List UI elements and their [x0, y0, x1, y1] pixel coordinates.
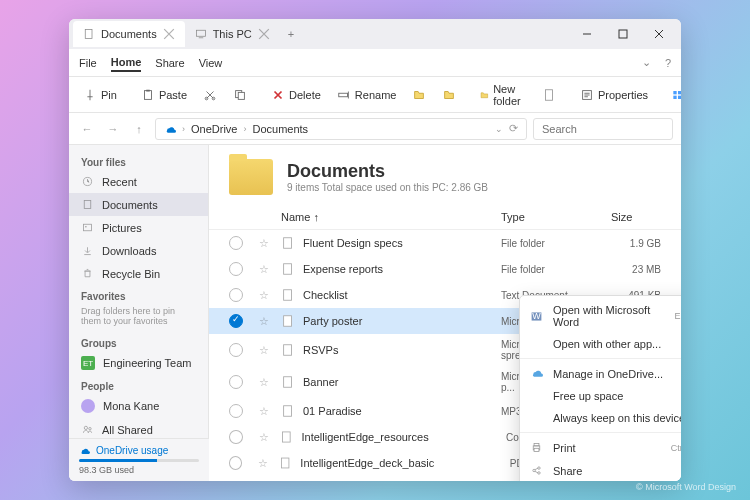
chevron-down-icon[interactable]: ⌄ — [495, 124, 503, 134]
file-row[interactable]: ☆Expense reportsFile folder23 MB — [209, 256, 681, 282]
column-size[interactable]: Size — [611, 211, 661, 223]
star-icon[interactable]: ☆ — [258, 457, 279, 470]
x-icon — [271, 88, 285, 102]
star-icon[interactable]: ☆ — [259, 344, 281, 357]
ctx-open-with-other-app-[interactable]: Open with other app...› — [520, 333, 681, 355]
page-subtitle: 9 items Total space used on this PC: 2.8… — [287, 182, 488, 193]
ctx-manage-in-onedrive-[interactable]: Manage in OneDrive... — [520, 362, 681, 385]
checkbox[interactable] — [229, 288, 243, 302]
rename-button[interactable]: Rename — [331, 84, 403, 106]
forward-button[interactable]: → — [103, 119, 123, 139]
cut-button[interactable] — [197, 84, 223, 106]
search-input[interactable] — [542, 123, 680, 135]
ctx-print[interactable]: PrintCtrl+P — [520, 436, 681, 459]
checkbox[interactable] — [229, 404, 243, 418]
menu-share[interactable]: Share — [155, 55, 184, 71]
pin-button[interactable]: Pin — [77, 84, 123, 106]
newitem-button[interactable] — [536, 84, 562, 106]
file-icon — [281, 261, 295, 277]
star-icon[interactable]: ☆ — [259, 237, 281, 250]
add-tab-button[interactable]: + — [280, 28, 302, 40]
star-icon[interactable]: ☆ — [259, 263, 281, 276]
checkbox[interactable] — [229, 430, 243, 444]
paste-button[interactable]: Paste — [135, 84, 193, 106]
breadcrumb-current[interactable]: Documents — [252, 123, 308, 135]
star-icon[interactable]: ☆ — [259, 431, 280, 444]
svg-rect-18 — [84, 200, 91, 208]
properties-button[interactable]: Properties — [574, 84, 654, 106]
checkbox[interactable] — [229, 343, 243, 357]
copy-button[interactable] — [227, 84, 253, 106]
star-icon[interactable]: ☆ — [259, 376, 281, 389]
file-icon — [280, 429, 294, 445]
file-name: RSVPs — [303, 344, 421, 356]
refresh-icon[interactable]: ⟳ — [509, 122, 518, 135]
maximize-button[interactable] — [605, 20, 641, 48]
checkbox[interactable] — [229, 236, 243, 250]
file-icon — [281, 403, 295, 419]
sidebar-item-person[interactable]: Mona Kane — [69, 394, 208, 418]
close-icon[interactable] — [163, 28, 175, 40]
ctx-open-with-microsoft-word[interactable]: WOpen with Microsoft WordEnter — [520, 299, 681, 333]
menu-file[interactable]: File — [79, 55, 97, 71]
svg-rect-29 — [284, 406, 292, 417]
minimize-button[interactable] — [569, 20, 605, 48]
print-icon — [530, 441, 543, 454]
column-name[interactable]: Name ↑ — [281, 211, 421, 223]
file-row[interactable]: ☆Fluent Design specsFile folder1.9 GB — [209, 230, 681, 256]
copyto-button[interactable] — [436, 84, 462, 106]
sidebar-item-group[interactable]: ETEngineering Team — [69, 351, 208, 375]
copyto-icon — [442, 88, 456, 102]
breadcrumb[interactable]: › OneDrive › Documents ⌄ ⟳ — [155, 118, 527, 140]
star-icon[interactable]: ☆ — [259, 289, 281, 302]
file-name: Fluent Design specs — [303, 237, 421, 249]
ctx-always-keep-on-this-device[interactable]: Always keep on this device — [520, 407, 681, 429]
breadcrumb-root[interactable]: OneDrive — [191, 123, 237, 135]
up-button[interactable]: ↑ — [129, 119, 149, 139]
checkbox[interactable] — [229, 456, 242, 470]
menu-home[interactable]: Home — [111, 54, 142, 72]
svg-rect-24 — [284, 264, 292, 275]
selectall-icon — [672, 88, 681, 102]
checkbox[interactable] — [229, 262, 243, 276]
menubar: File Home Share View ⌄ ? — [69, 49, 681, 77]
clock-icon — [81, 175, 94, 188]
help-icon[interactable]: ? — [665, 57, 671, 69]
ctx-free-up-space[interactable]: Free up space — [520, 385, 681, 407]
search-box[interactable] — [533, 118, 673, 140]
checkbox[interactable] — [229, 375, 243, 389]
scissors-icon — [203, 88, 217, 102]
close-window-button[interactable] — [641, 20, 677, 48]
newfolder-button[interactable]: New folder — [474, 79, 532, 111]
svg-rect-23 — [284, 238, 292, 249]
tab-documents[interactable]: Documents — [73, 21, 185, 47]
newitem-icon — [542, 88, 556, 102]
back-button[interactable]: ← — [77, 119, 97, 139]
svg-rect-10 — [545, 89, 552, 100]
sidebar-item-recycle-bin[interactable]: Recycle Bin — [69, 262, 208, 285]
ctx-share[interactable]: Share — [520, 459, 681, 481]
column-type[interactable]: Type — [501, 211, 611, 223]
file-name: 01 Paradise — [303, 405, 421, 417]
file-name: IntelligentEdge_deck_basic — [300, 457, 434, 469]
chevron-down-icon[interactable]: ⌄ — [642, 56, 651, 69]
delete-button[interactable]: Delete — [265, 84, 327, 106]
sidebar-item-pictures[interactable]: Pictures — [69, 216, 208, 239]
svg-rect-35 — [534, 443, 539, 445]
sidebar-heading-groups: Groups — [69, 332, 208, 351]
selectall-button[interactable]: Select all — [666, 79, 681, 111]
checkbox[interactable] — [229, 314, 243, 328]
sidebar-item-downloads[interactable]: Downloads — [69, 239, 208, 262]
star-icon[interactable]: ☆ — [259, 405, 281, 418]
menu-view[interactable]: View — [199, 55, 223, 71]
tab-thispc[interactable]: This PC — [185, 21, 280, 47]
sidebar-item-recent[interactable]: Recent — [69, 170, 208, 193]
sidebar-item-documents[interactable]: Documents — [69, 193, 208, 216]
titlebar: Documents This PC + — [69, 19, 681, 49]
star-icon[interactable]: ☆ — [259, 315, 281, 328]
pic-icon — [81, 221, 94, 234]
moveto-button[interactable] — [406, 84, 432, 106]
close-icon[interactable] — [258, 28, 270, 40]
file-type: File folder — [501, 264, 611, 275]
context-menu: WOpen with Microsoft WordEnterOpen with … — [519, 295, 681, 481]
